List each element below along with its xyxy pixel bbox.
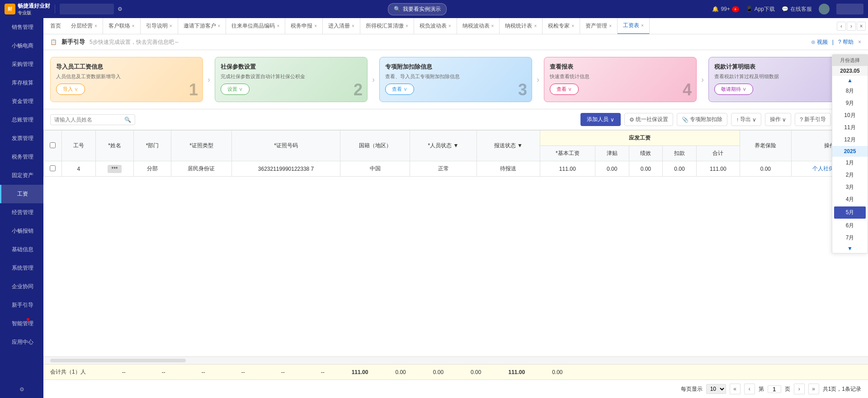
sidebar-item-purchase[interactable]: 采购管理 [0, 55, 43, 74]
sidebar-item-assets[interactable]: 固定资产 [0, 166, 43, 185]
add-person-btn[interactable]: 添加人员 ∨ [580, 113, 621, 126]
tab-close-all[interactable]: × [857, 22, 866, 31]
sidebar-item-appstore[interactable]: 应用中心 [0, 333, 43, 351]
month-5[interactable]: 5月 [834, 206, 866, 219]
tab-close-inventory[interactable]: × [352, 23, 354, 28]
tab-close-payroll[interactable]: × [641, 23, 644, 28]
sidebar-item-tax[interactable]: 税务管理 [0, 148, 43, 166]
unified-settings-btn[interactable]: ⚙ 统一社保设置 [624, 113, 673, 126]
sidebar-settings-btn[interactable]: ⚙ [0, 381, 43, 398]
month-9[interactable]: 9月 [832, 97, 868, 109]
sidebar-item-finance[interactable]: 资金管理 [0, 92, 43, 111]
month-11[interactable]: 11月 [832, 122, 868, 134]
sidebar-item-ai[interactable]: 智能管理 [0, 314, 43, 333]
notification-btn[interactable]: 🔔 99+ + [712, 6, 739, 12]
tab-tax-expert[interactable]: 税检专家 × [542, 18, 580, 34]
month-panel-up[interactable]: ▲ [845, 76, 854, 85]
newbie-guide-btn[interactable]: ? 新手引导 [795, 113, 831, 126]
sidebar-item-expense[interactable]: 小畅报销 [0, 222, 43, 240]
month-3[interactable]: 3月 [832, 181, 868, 193]
tab-close-tiered[interactable]: × [94, 23, 97, 28]
tab-close-customer[interactable]: × [132, 23, 135, 28]
month-4[interactable]: 4月 [832, 193, 868, 206]
tab-close-guide[interactable]: × [170, 23, 172, 28]
guide-close-btn[interactable]: × [858, 39, 861, 45]
sidebar-item-guide[interactable]: 新手引导 [0, 296, 43, 314]
sidebar-item-ledger[interactable]: 总账管理 [0, 111, 43, 129]
sidebar-item-system[interactable]: 系统管理 [0, 259, 43, 277]
tab-asset-mgmt[interactable]: 资产管理 × [580, 18, 618, 34]
header-checkbox[interactable] [44, 131, 62, 161]
tab-customer[interactable]: 客户联络 × [103, 18, 141, 34]
guide-video-btn[interactable]: ⊙ 视频 [811, 38, 828, 46]
sidebar-item-invoice[interactable]: 发票管理 [0, 129, 43, 148]
online-service-btn[interactable]: 💬 在线客服 [782, 5, 812, 13]
user-avatar[interactable] [819, 4, 830, 14]
tab-close-invite[interactable]: × [218, 23, 221, 28]
step-2-btn[interactable]: 设置 ∨ [221, 84, 250, 95]
step-5-btn[interactable]: 敬请期待 ∨ [714, 84, 753, 95]
tab-inventory-register[interactable]: 进入清册 × [323, 18, 360, 34]
tab-guide[interactable]: 引导说明 × [141, 18, 178, 34]
horizontal-scrollbar[interactable] [50, 359, 186, 362]
page-input[interactable] [768, 385, 781, 393]
demo-search-btn[interactable]: 🔍 我要看实例演示 [388, 3, 447, 15]
tab-close-product-code[interactable]: × [277, 23, 279, 28]
tab-tax-stats[interactable]: 纳税统计表 × [500, 18, 542, 34]
month-10[interactable]: 10月 [832, 109, 868, 122]
tab-tax-report[interactable]: 税务申报 × [285, 18, 323, 34]
sidebar-item-basic-info[interactable]: 基础信息 [0, 240, 43, 259]
month-7[interactable]: 7月 [832, 232, 868, 244]
search-icon[interactable]: 🔍 [124, 117, 131, 123]
tab-invite[interactable]: 邀请下游客户 × [178, 18, 226, 34]
settings-icon[interactable]: ⚙ [118, 6, 123, 12]
tab-tax-burden[interactable]: 税负波动表 × [414, 18, 457, 34]
tab-close-tax-expert[interactable]: × [571, 23, 574, 28]
actions-btn[interactable]: 操作 ∨ [765, 113, 791, 126]
step-3-btn[interactable]: 查看 ∨ [385, 84, 414, 95]
step-4-btn[interactable]: 查看 ∨ [550, 84, 579, 95]
sidebar-item-ecommerce[interactable]: 小畅电商 [0, 37, 43, 55]
search-wrap[interactable]: 🔍 [50, 114, 135, 125]
company-selector[interactable] [60, 4, 114, 14]
app-download-btn[interactable]: 📱 App下载 [746, 5, 775, 13]
last-page-btn[interactable]: » [808, 384, 819, 394]
prev-page-btn[interactable]: ‹ [744, 384, 755, 394]
tab-close-asset[interactable]: × [609, 23, 612, 28]
sidebar-item-payroll[interactable]: 工资 [0, 185, 43, 203]
export-btn[interactable]: ↑ 导出 ∨ [731, 113, 761, 126]
tab-home[interactable]: 首页 [46, 19, 66, 33]
special-deduction-btn[interactable]: 📎 专项附加扣除 [677, 113, 727, 126]
step-1-btn[interactable]: 导入 ∨ [56, 84, 85, 95]
personal-social-security-link[interactable]: 个人社保 [812, 165, 834, 172]
tab-nav-left[interactable]: ‹ [837, 22, 846, 31]
month-panel-down[interactable]: ▼ [845, 244, 854, 253]
tab-close-tax-stats[interactable]: × [534, 23, 537, 28]
row-checkbox[interactable] [44, 161, 62, 177]
tab-close-tax-burden[interactable]: × [448, 23, 451, 28]
tab-nav-right[interactable]: › [847, 22, 856, 31]
first-page-btn[interactable]: « [730, 384, 741, 394]
next-page-btn[interactable]: › [794, 384, 805, 394]
sidebar-item-enterprise[interactable]: 企业协同 [0, 277, 43, 296]
month-2[interactable]: 2月 [832, 169, 868, 181]
search-input[interactable] [54, 117, 122, 123]
tab-income-tax[interactable]: 所得税汇算清缴 × [360, 18, 414, 34]
month-8[interactable]: 8月 [832, 85, 868, 97]
month-1[interactable]: 1月 [832, 157, 868, 169]
tab-payroll[interactable]: 工资表 × [618, 18, 650, 34]
tab-close-tax[interactable]: × [314, 23, 317, 28]
per-page-select[interactable]: 10 20 50 [706, 384, 726, 394]
sidebar-item-inventory[interactable]: 库存核算 [0, 74, 43, 92]
sidebar-item-management[interactable]: 经营管理 [0, 203, 43, 222]
tab-tiered-management[interactable]: 分层经营 × [66, 18, 103, 34]
month-6[interactable]: 6月 [832, 220, 868, 232]
user-name[interactable] [836, 4, 863, 14]
tab-close-tax-wave[interactable]: × [491, 23, 494, 28]
tab-product-code[interactable]: 往来单位商品编码 × [226, 18, 285, 34]
sidebar-item-sales[interactable]: 销售管理 [0, 18, 43, 37]
select-all-checkbox[interactable] [50, 142, 56, 148]
tab-tax-wave[interactable]: 纳税波动表 × [457, 18, 500, 34]
guide-help-btn[interactable]: ? 帮助 [838, 38, 854, 46]
month-12[interactable]: 12月 [832, 134, 868, 146]
